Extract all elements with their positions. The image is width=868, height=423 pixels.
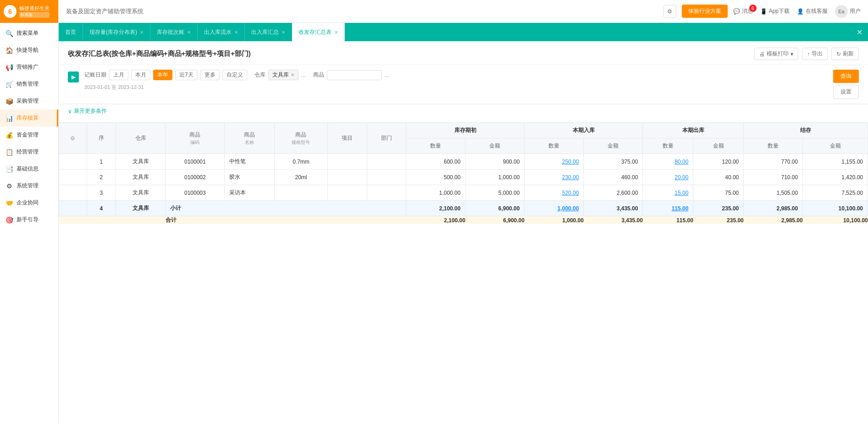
tabbar: 首页 现存量(库存分布表) ✕ 库存批次账 ✕ 出入库流水 ✕ 出入库汇总 ✕ … xyxy=(59,23,868,41)
sales-icon: 🛒 xyxy=(6,81,13,88)
subtotal-out-qty-link[interactable]: 115.00 xyxy=(672,205,689,212)
cell-in-amount: 2,600.00 xyxy=(584,185,643,201)
sidebar-item-inventory[interactable]: 📊 库存核算 xyxy=(0,110,58,126)
sidebar-item-system[interactable]: ⚙ 系统管理 xyxy=(0,177,58,194)
tab-receive-send-close[interactable]: ✕ xyxy=(334,30,338,35)
set-button[interactable]: 设置 xyxy=(833,85,859,99)
close-all-tabs[interactable]: ✕ xyxy=(851,28,868,37)
date-btn-this-year[interactable]: 本年 xyxy=(153,70,172,80)
tab-flow-label: 出入库流水 xyxy=(204,28,232,36)
search-icon: 🔍 xyxy=(6,30,13,37)
cell-opening-qty: 500.00 xyxy=(406,170,465,185)
goods-input[interactable] xyxy=(327,70,382,80)
cell-out-amount: 40.00 xyxy=(693,170,744,185)
col-warehouse-header: 仓库 xyxy=(116,123,166,154)
cell-total-out-qty: 115.00 xyxy=(643,216,693,225)
service-icon: 👤 xyxy=(797,8,804,15)
in-qty-link[interactable]: 250.00 xyxy=(562,159,579,165)
sidebar-nav: 🔍 搜索菜单 🏠 快捷导航 📢 营销推广 🛒 销售管理 📦 采购管理 📊 库存核… xyxy=(0,23,58,423)
expand-conditions[interactable]: ∨ 展开更多条件 xyxy=(59,104,868,118)
tab-batch[interactable]: 库存批次账 ✕ xyxy=(150,23,198,41)
date-btn-7days[interactable]: 近7天 xyxy=(175,70,198,80)
in-qty-link[interactable]: 520.00 xyxy=(562,190,579,196)
sidebar-item-basic[interactable]: 📑 基础信息 xyxy=(0,160,58,177)
col-opening-qty-header: 数量 xyxy=(406,138,465,154)
out-qty-link[interactable]: 20.00 xyxy=(674,174,688,181)
inventory-icon: 📊 xyxy=(6,115,13,122)
goods-filter-label: 商品 xyxy=(313,71,324,79)
goods-more[interactable]: ... xyxy=(385,72,389,78)
print-button[interactable]: 🖨 模板打印 ▾ xyxy=(754,48,798,60)
sidebar-item-finance[interactable]: 💰 资金管理 xyxy=(0,126,58,143)
date-filter-label: 记账日期 xyxy=(84,71,106,79)
date-btn-custom[interactable]: 自定义 xyxy=(222,70,247,80)
subtotal-row: 4 文具库 小计 2,100.00 6,900.00 1,000.00 3,43… xyxy=(59,201,868,216)
col-out-amount-header: 金额 xyxy=(693,138,744,154)
date-btn-this-month[interactable]: 本月 xyxy=(131,70,150,80)
sidebar-item-marketing[interactable]: 📢 营销推广 xyxy=(0,59,58,76)
col-opening-header: 库存期初 xyxy=(406,123,525,138)
cell-project xyxy=(328,170,367,185)
table-row: 1 文具库 0100001 中性笔 0.7mm 600.00 900.00 25… xyxy=(59,154,868,170)
tab-summary[interactable]: 出入库汇总 ✕ xyxy=(245,23,292,41)
in-qty-link[interactable]: 230.00 xyxy=(562,174,579,181)
cell-subtotal-out-amount: 235.00 xyxy=(693,201,744,216)
user-menu[interactable]: Ea 用户 xyxy=(835,5,861,18)
export-button[interactable]: ↑ 导出 xyxy=(802,48,828,60)
refresh-button[interactable]: ↻ 刷新 xyxy=(831,48,859,60)
cell-total-balance-amount: 10,100.00 xyxy=(803,216,868,225)
cell-subtotal-no: 4 xyxy=(87,201,116,216)
sidebar-item-sales[interactable]: 🛒 销售管理 xyxy=(0,76,58,93)
sidebar-item-purchase[interactable]: 📦 采购管理 xyxy=(0,93,58,110)
sidebar-item-newbie[interactable]: 🎯 新手引导 xyxy=(0,211,58,228)
avatar: Ea xyxy=(835,5,848,18)
subtotal-in-qty-link[interactable]: 1,000.00 xyxy=(558,205,579,212)
page-container: 收发存汇总表(按仓库+商品编码+商品+规格型号+项目+部门) 🖨 模板打印 ▾ … xyxy=(59,41,868,423)
tab-flow-close[interactable]: ✕ xyxy=(234,30,238,35)
date-btn-more[interactable]: 更多 xyxy=(200,70,220,80)
tab-flow[interactable]: 出入库流水 ✕ xyxy=(198,23,245,41)
cell-total-in-qty: 1,000.00 xyxy=(525,216,584,225)
online-service-button[interactable]: 👤 在线客服 xyxy=(797,7,828,15)
sidebar-item-label: 营销推广 xyxy=(17,63,39,71)
col-out-qty-header: 数量 xyxy=(643,138,693,154)
filter-toggle[interactable]: ▶ xyxy=(68,71,79,82)
user-label: 用户 xyxy=(850,7,861,15)
sidebar-item-enterprise[interactable]: 🤝 企业协同 xyxy=(0,194,58,211)
app-download-button[interactable]: 📱 App下载 xyxy=(760,7,790,15)
sidebar-item-label: 销售管理 xyxy=(17,80,39,88)
sidebar-item-operation[interactable]: 📋 经营管理 xyxy=(0,143,58,160)
query-button[interactable]: 查询 xyxy=(833,70,859,83)
cell-total-out-amount: 235.00 xyxy=(693,216,744,225)
tab-stock-dist-close[interactable]: ✕ xyxy=(140,30,144,35)
warehouse-more[interactable]: ... xyxy=(301,72,306,78)
table-row: 3 文具库 0100003 采访本 1,000.00 5,000.00 520.… xyxy=(59,185,868,201)
cell-subtotal-opening-amount: 6,900.00 xyxy=(465,201,525,216)
app-download-label: App下载 xyxy=(769,7,790,15)
cell-opening-amount: 900.00 xyxy=(465,154,525,170)
tab-summary-close[interactable]: ✕ xyxy=(282,30,285,35)
out-qty-link[interactable]: 15.00 xyxy=(674,190,688,196)
cell-subtotal-in-amount: 3,435.00 xyxy=(584,201,643,216)
tab-batch-close[interactable]: ✕ xyxy=(187,30,191,35)
sidebar-item-label: 资金管理 xyxy=(17,131,39,139)
cell-dept xyxy=(367,170,406,185)
cell-balance-amount: 7,525.00 xyxy=(803,185,868,201)
sidebar-item-quick[interactable]: 🏠 快捷导航 xyxy=(0,42,58,59)
content-area: 收发存汇总表(按仓库+商品编码+商品+规格型号+项目+部门) 🖨 模板打印 ▾ … xyxy=(59,41,868,423)
trial-button[interactable]: 体验行业方案 xyxy=(682,5,728,18)
warehouse-tag-close[interactable]: ✕ xyxy=(291,72,294,77)
sidebar-item-search[interactable]: 🔍 搜索菜单 xyxy=(0,25,58,42)
cell-total-opening-qty: 2,100.00 xyxy=(406,216,465,225)
tab-home[interactable]: 首页 xyxy=(59,23,83,41)
tab-stock-dist[interactable]: 现存量(库存分布表) ✕ xyxy=(83,23,150,41)
col-settings-header[interactable]: ⚙ xyxy=(59,123,87,154)
sidebar-item-label: 系统管理 xyxy=(17,182,39,190)
tab-receive-send[interactable]: 收发存汇总表 ✕ xyxy=(292,23,345,41)
cell-no: 1 xyxy=(87,154,116,170)
date-btn-last-month[interactable]: 上月 xyxy=(109,70,128,80)
settings-button[interactable]: ⚙ xyxy=(663,5,676,18)
out-qty-link[interactable]: 80.00 xyxy=(674,159,688,165)
topbar-actions: 💬 消息 6 📱 App下载 👤 在线客服 Ea 用户 xyxy=(733,5,861,18)
messages-button[interactable]: 💬 消息 6 xyxy=(733,7,753,15)
